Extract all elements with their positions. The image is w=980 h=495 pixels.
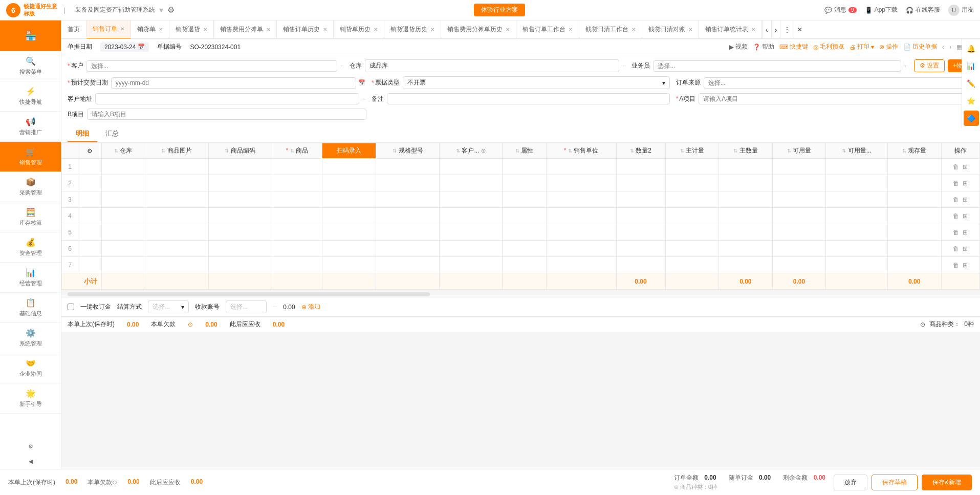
- rfloat-edit-btn[interactable]: ✏️: [964, 76, 979, 91]
- th-customer-order[interactable]: ⇅ 客户... ⊙: [440, 143, 503, 159]
- shortcut-button[interactable]: ⌨ 快捷键: [779, 42, 808, 51]
- message-item[interactable]: 💬 消息 9: [824, 6, 857, 14]
- th-available2[interactable]: ⇅ 可用量...: [826, 143, 888, 159]
- th-product-image[interactable]: ⇅ 商品图片: [145, 143, 208, 159]
- rfloat-special-btn[interactable]: 🔷: [964, 111, 979, 126]
- discard-button[interactable]: 放弃: [834, 475, 867, 490]
- tab-close-icon[interactable]: ✕: [159, 27, 163, 32]
- salesperson-input[interactable]: [653, 60, 901, 72]
- toolbar-prev-icon[interactable]: ‹: [942, 44, 944, 51]
- tab-prev-button[interactable]: ‹: [762, 20, 771, 39]
- row-copy-icon[interactable]: ⊞: [963, 212, 968, 220]
- tab-sales-order[interactable]: 销售订单 ✕: [86, 20, 131, 39]
- online-support-item[interactable]: 🎧 在线客服: [906, 6, 940, 14]
- row-delete-icon[interactable]: 🗑: [953, 163, 959, 170]
- tab-refund-history[interactable]: 销货退货历史 ✕: [384, 20, 441, 39]
- system-dropdown-icon[interactable]: ▾: [159, 5, 163, 15]
- sidebar-collapse-button[interactable]: ◀: [0, 454, 61, 469]
- sidebar-item-quicknav[interactable]: ⚡ 快捷导航: [0, 81, 61, 112]
- row-copy-icon[interactable]: ⊞: [963, 180, 968, 187]
- tab-close-icon[interactable]: ✕: [569, 27, 573, 32]
- th-scan[interactable]: 扫码录入: [322, 143, 376, 159]
- add-payment-btn[interactable]: ⊕ 添加: [301, 303, 320, 311]
- tab-close-icon[interactable]: ✕: [266, 27, 270, 32]
- th-warehouse[interactable]: ⇅ 仓库: [101, 143, 145, 159]
- sidebar-item-newguide[interactable]: 🌟 新手引导: [0, 383, 61, 414]
- project-a-input[interactable]: [699, 93, 974, 104]
- row-delete-icon[interactable]: 🗑: [953, 229, 959, 236]
- tab-detail[interactable]: 明细: [68, 126, 97, 142]
- row-delete-icon[interactable]: 🗑: [953, 196, 959, 203]
- sidebar-bottom-settings[interactable]: ⚙: [0, 439, 61, 454]
- rfloat-chart-btn[interactable]: 📊: [964, 58, 979, 74]
- tab-close-all-button[interactable]: ✕: [794, 20, 805, 39]
- delivery-date-input[interactable]: [111, 77, 357, 89]
- th-attr[interactable]: ⇅ 属性: [503, 143, 546, 159]
- row-copy-icon[interactable]: ⊞: [963, 262, 968, 269]
- tab-order-history[interactable]: 销售订单历史 ✕: [277, 20, 334, 39]
- sidebar-item-baseinfo[interactable]: 📋 基础信息: [0, 293, 61, 323]
- sidebar-item-inventory[interactable]: 🧮 库存核算: [0, 202, 61, 232]
- sidebar-item-finance[interactable]: 💰 资金管理: [0, 232, 61, 263]
- solution-button[interactable]: 体验行业方案: [474, 4, 525, 16]
- bank-account-select[interactable]: 选择...: [226, 300, 267, 313]
- horizontal-scrollbar[interactable]: [68, 292, 430, 296]
- sidebar-item-search[interactable]: 🔍 搜索菜单: [0, 51, 61, 81]
- save-draft-button[interactable]: 保存草稿: [872, 475, 918, 490]
- settings-btn[interactable]: ⚙ 设置: [914, 59, 945, 72]
- tab-summary[interactable]: 汇总: [97, 126, 127, 142]
- row-copy-icon[interactable]: ⊞: [963, 229, 968, 236]
- rfloat-star-btn[interactable]: ⭐: [964, 93, 979, 109]
- th-spec[interactable]: ⇅ 规格型号: [376, 143, 440, 159]
- sidebar-item-operations[interactable]: 📊 经营管理: [0, 263, 61, 293]
- profit-preview-button[interactable]: ◎ 毛利预览: [813, 42, 844, 51]
- th-main-unit[interactable]: ⇅ 主计量: [665, 143, 719, 159]
- tab-cashier-reconcile[interactable]: 钱贷日清对账 ✕: [642, 20, 699, 39]
- date-value[interactable]: 2023-03-24 📅: [100, 42, 149, 52]
- warehouse-value[interactable]: 成品库: [365, 59, 619, 72]
- th-quantity2[interactable]: ⇅ 数量2: [616, 143, 665, 159]
- tab-expense-history[interactable]: 销售费用分摊单历史 ✕: [441, 20, 516, 39]
- sidebar-item-system[interactable]: ⚙️ 系统管理: [0, 323, 61, 353]
- tab-return-history[interactable]: 销货单历史 ✕: [334, 20, 384, 39]
- tab-cashier-workbench[interactable]: 钱贷日清工作台 ✕: [579, 20, 642, 39]
- tab-close-icon[interactable]: ✕: [631, 27, 636, 32]
- row-delete-icon[interactable]: 🗑: [953, 262, 959, 269]
- toolbar-next-icon[interactable]: ›: [949, 44, 951, 51]
- tab-close-icon[interactable]: ✕: [120, 26, 124, 32]
- sidebar-item-purchase[interactable]: 📦 采购管理: [0, 172, 61, 202]
- operations-button[interactable]: ⊗ 操作: [879, 42, 898, 51]
- tab-next-button[interactable]: ›: [771, 20, 780, 39]
- help-button[interactable]: ❓ 帮助: [753, 42, 774, 51]
- th-product-code[interactable]: ⇅ 商品编码: [208, 143, 272, 159]
- th-main-qty[interactable]: ⇅ 主数量: [719, 143, 773, 159]
- invoice-type-select[interactable]: 不开票 ▾: [403, 76, 670, 89]
- remarks-input[interactable]: [387, 93, 669, 104]
- order-source-input[interactable]: [704, 77, 968, 89]
- th-current-stock[interactable]: ⇅ 现存量: [888, 143, 942, 159]
- one-click-payment-checkbox[interactable]: [68, 304, 74, 310]
- row-copy-icon[interactable]: ⊞: [963, 163, 968, 170]
- customer-address-input[interactable]: [95, 93, 359, 104]
- tab-close-icon[interactable]: ✕: [374, 27, 378, 32]
- settings-gear-icon[interactable]: ⚙: [167, 5, 175, 15]
- tab-close-icon[interactable]: ✕: [688, 27, 692, 32]
- tab-close-icon[interactable]: ✕: [203, 27, 207, 32]
- app-download-item[interactable]: 📱 App下载: [865, 6, 898, 14]
- sidebar-item-sales[interactable]: 🛒 销售管理: [0, 142, 61, 172]
- view-button[interactable]: ▶ 视频: [729, 42, 748, 51]
- rfloat-notification-btn[interactable]: 🔔: [964, 41, 979, 56]
- th-sales-unit[interactable]: * ⇅ 销售单位: [546, 143, 616, 159]
- save-new-button[interactable]: 保存&新增: [922, 475, 972, 490]
- row-delete-icon[interactable]: 🗑: [953, 212, 959, 220]
- tab-close-icon[interactable]: ✕: [506, 27, 510, 32]
- row-delete-icon[interactable]: 🗑: [953, 245, 959, 252]
- th-available[interactable]: ⇅ 可用量: [772, 143, 826, 159]
- tab-sales-summary[interactable]: 销售订单统计表 ✕: [699, 20, 762, 39]
- row-delete-icon[interactable]: 🗑: [953, 180, 959, 187]
- project-b-input[interactable]: [87, 109, 366, 120]
- tab-more-button[interactable]: ⋮: [780, 20, 794, 39]
- print-button[interactable]: 🖨 打印 ▾: [850, 42, 874, 51]
- tab-close-icon[interactable]: ✕: [751, 27, 755, 32]
- user-item[interactable]: U 用友: [948, 5, 974, 16]
